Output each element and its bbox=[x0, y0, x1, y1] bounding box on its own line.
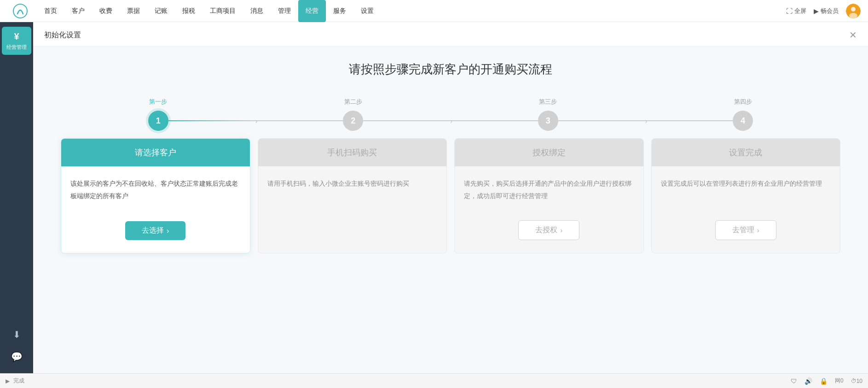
card-2-body: 请用手机扫码，输入小微企业主账号密码进行购买 bbox=[258, 166, 447, 233]
status-bar: ▶ 完成 🛡 🔊 🔒 网0 ⏱10 bbox=[0, 373, 868, 388]
card-3-header: 授权绑定 bbox=[455, 139, 643, 166]
step-3-label: 第三步 bbox=[539, 98, 557, 106]
card-4-header: 设置完成 bbox=[652, 139, 840, 166]
step-1-connector: 1 › bbox=[61, 111, 256, 131]
fullscreen-btn[interactable]: ⛶ 全屏 bbox=[786, 7, 806, 15]
cards-row: 请选择客户 该处展示的客户为不在回收站、客户状态正常建账后完成老板端绑定的所有客… bbox=[61, 138, 840, 253]
step-1-label: 第一步 bbox=[149, 98, 167, 106]
card-4: 设置完成 设置完成后可以在管理列表进行所有企业用户的经营管理 去管理 › bbox=[651, 138, 841, 253]
nav-item-fee[interactable]: 收费 bbox=[92, 0, 120, 22]
nav-item-message[interactable]: 消息 bbox=[243, 0, 271, 22]
logo-icon bbox=[13, 4, 28, 18]
step-2-circle: 2 bbox=[343, 111, 363, 131]
content-area: 请按照步骤完成新客户的开通购买流程 第一步 1 › 第二步 bbox=[33, 47, 868, 373]
support-btn[interactable]: 💬 bbox=[7, 347, 26, 366]
top-nav: 首页 客户 收费 票据 记账 报税 工商项目 消息 管理 经营 服务 设置 ⛶ … bbox=[0, 0, 868, 22]
nav-item-industry[interactable]: 工商项目 bbox=[203, 0, 243, 22]
member-btn[interactable]: ▶ 畅会员 bbox=[814, 7, 839, 15]
step-1-col: 第一步 1 › bbox=[61, 98, 256, 131]
step-2-label: 第二步 bbox=[344, 98, 362, 106]
info-status-text: 网0 bbox=[835, 377, 844, 385]
steps-indicator: 第一步 1 › 第二步 2 bbox=[61, 98, 840, 131]
sidebar: ¥ 经营管理 ⬇ 💬 bbox=[0, 22, 33, 373]
step-3-col: 第三步 3 › bbox=[451, 98, 646, 131]
download-btn[interactable]: ⬇ bbox=[9, 325, 24, 344]
arrow-icon-3: › bbox=[560, 227, 562, 234]
step-3-connector: 3 › bbox=[451, 111, 646, 131]
card-1-body: 该处展示的客户为不在回收站、客户状态正常建账后完成老板端绑定的所有客户 bbox=[61, 166, 250, 214]
nav-items: 首页 客户 收费 票据 记账 报税 工商项目 消息 管理 经营 服务 设置 bbox=[37, 0, 786, 22]
svg-point-2 bbox=[851, 7, 856, 12]
avatar[interactable] bbox=[846, 4, 861, 18]
nav-item-customer[interactable]: 客户 bbox=[64, 0, 92, 22]
status-bar-right: 🛡 🔊 🔒 网0 ⏱10 bbox=[791, 377, 862, 385]
card-2: 手机扫码购买 请用手机扫码，输入小微企业主账号密码进行购买 bbox=[258, 138, 447, 253]
step-4-col: 第四步 4 bbox=[646, 98, 841, 131]
nav-item-home[interactable]: 首页 bbox=[37, 0, 64, 22]
play-status-icon: ▶ bbox=[6, 378, 10, 384]
nav-right: ⛶ 全屏 ▶ 畅会员 bbox=[786, 4, 861, 18]
step-4-circle: 4 bbox=[733, 111, 753, 131]
clock-status-icon: ⏱10 bbox=[851, 378, 862, 384]
card-2-header: 手机扫码购买 bbox=[258, 139, 447, 166]
yuan-icon: ¥ bbox=[14, 31, 19, 42]
logo bbox=[4, 4, 37, 18]
go-authorize-button[interactable]: 去授权 › bbox=[518, 220, 579, 240]
card-1-header: 请选择客户 bbox=[61, 139, 250, 166]
nav-item-settings[interactable]: 设置 bbox=[353, 0, 381, 22]
avatar-icon bbox=[846, 4, 861, 18]
card-2-footer bbox=[258, 233, 447, 253]
arrow-icon-1: › bbox=[167, 227, 169, 235]
main-content: 初始化设置 ✕ 请按照步骤完成新客户的开通购买流程 第一步 1 › bbox=[33, 22, 868, 373]
step-3-circle: 3 bbox=[538, 111, 558, 131]
card-3-body: 请先购买，购买后选择开通的产品中的企业用户进行授权绑定，成功后即可进行经营管理 bbox=[455, 166, 643, 213]
nav-item-bill[interactable]: 票据 bbox=[120, 0, 147, 22]
lock-status-icon: 🔒 bbox=[820, 377, 827, 385]
fullscreen-icon: ⛶ bbox=[786, 7, 793, 15]
shield-status-icon: 🛡 bbox=[791, 377, 797, 385]
volume-status-icon: 🔊 bbox=[804, 377, 812, 385]
step-4-label: 第四步 bbox=[734, 98, 752, 106]
nav-item-manage[interactable]: 管理 bbox=[271, 0, 298, 22]
arrow-icon-4: › bbox=[757, 227, 759, 234]
play-icon: ▶ bbox=[814, 7, 819, 15]
card-1: 请选择客户 该处展示的客户为不在回收站、客户状态正常建账后完成老板端绑定的所有客… bbox=[61, 138, 250, 253]
go-select-button[interactable]: 去选择 › bbox=[125, 221, 185, 240]
sidebar-bottom: ⬇ 💬 bbox=[7, 325, 26, 373]
page-heading: 请按照步骤完成新客户的开通购买流程 bbox=[61, 61, 840, 77]
nav-item-operation[interactable]: 经营 bbox=[298, 0, 326, 22]
nav-item-account[interactable]: 记账 bbox=[147, 0, 175, 22]
svg-point-0 bbox=[13, 4, 27, 18]
nav-item-service[interactable]: 服务 bbox=[326, 0, 353, 22]
content-header: 初始化设置 ✕ bbox=[33, 22, 868, 47]
step-1-circle: 1 bbox=[148, 111, 168, 131]
main-layout: ¥ 经营管理 ⬇ 💬 初始化设置 ✕ 请按照步骤完成新客户的开通购买流程 第一步 bbox=[0, 22, 868, 373]
svg-point-3 bbox=[849, 13, 857, 18]
card-4-body: 设置完成后可以在管理列表进行所有企业用户的经营管理 bbox=[652, 166, 840, 213]
status-text: 完成 bbox=[13, 377, 24, 385]
card-3-footer: 去授权 › bbox=[455, 213, 643, 253]
nav-item-tax[interactable]: 报税 bbox=[175, 0, 203, 22]
go-manage-button[interactable]: 去管理 › bbox=[715, 220, 776, 240]
sidebar-item-operation[interactable]: ¥ 经营管理 bbox=[2, 27, 31, 55]
close-button[interactable]: ✕ bbox=[849, 29, 857, 41]
step-2-col: 第二步 2 › bbox=[256, 98, 451, 131]
card-3: 授权绑定 请先购买，购买后选择开通的产品中的企业用户进行授权绑定，成功后即可进行… bbox=[454, 138, 644, 253]
card-4-footer: 去管理 › bbox=[652, 213, 840, 253]
card-1-footer: 去选择 › bbox=[61, 214, 250, 253]
step-2-connector: 2 › bbox=[256, 111, 451, 131]
page-title: 初始化设置 bbox=[44, 30, 81, 40]
step-4-connector: 4 bbox=[646, 111, 841, 131]
